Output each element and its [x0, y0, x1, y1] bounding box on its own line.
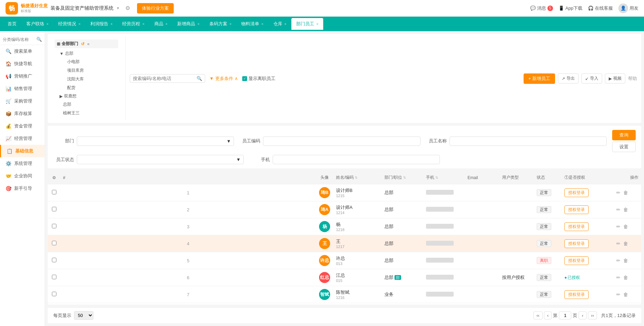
show-inactive-checkbox[interactable]: ✓: [242, 76, 247, 81]
sidebar-item-search[interactable]: 🔍 搜索菜单: [0, 45, 45, 58]
tab-warehouse[interactable]: 仓库×: [269, 18, 291, 30]
online-support-item[interactable]: 🎧 在线客服: [588, 5, 613, 11]
tab-bom[interactable]: 物料清单×: [236, 18, 268, 30]
tab-addgoods[interactable]: 新增商品×: [172, 18, 204, 30]
last-page-btn[interactable]: ››: [588, 311, 597, 319]
row-checkbox[interactable]: [48, 184, 60, 201]
auth-login-button[interactable]: 授权登录: [564, 239, 589, 248]
row-checkbox[interactable]: [48, 252, 60, 269]
video-button[interactable]: ▶ 视频: [605, 73, 625, 83]
sidebar-item-collab[interactable]: 🤝 企业协同: [0, 170, 45, 182]
sidebar-search-input[interactable]: [3, 37, 35, 42]
auth-login-button[interactable]: 授权登录: [564, 222, 589, 231]
dept-group-head[interactable]: ▼ 总部: [57, 50, 118, 58]
row-checkbox[interactable]: [48, 269, 60, 286]
tab-employee[interactable]: 部门员工×: [291, 18, 323, 30]
row-checkbox[interactable]: [48, 201, 60, 218]
close-warehouse-icon[interactable]: ×: [284, 22, 287, 26]
sidebar-item-purchase[interactable]: 🛒 采购管理: [0, 95, 45, 107]
filter-empname-input[interactable]: [450, 136, 607, 146]
row-checkbox[interactable]: [48, 218, 60, 235]
close-operation-icon[interactable]: ×: [78, 22, 80, 26]
sidebar-item-finance[interactable]: 💰 资金管理: [0, 120, 45, 132]
row-select-checkbox[interactable]: [52, 258, 56, 262]
edit-icon[interactable]: ✏: [616, 292, 620, 297]
tab-goods[interactable]: 商品×: [149, 18, 172, 30]
col-header-name[interactable]: 姓名/编码⇅: [333, 171, 382, 184]
edit-icon[interactable]: ✏: [616, 190, 620, 195]
settings-icon[interactable]: ⚙: [125, 5, 130, 11]
delete-icon[interactable]: 🗑: [623, 207, 628, 212]
close-customer-icon[interactable]: ×: [46, 22, 48, 26]
row-checkbox[interactable]: [48, 286, 60, 303]
dept-item-zongbu[interactable]: 总部: [57, 100, 118, 109]
page-size-select[interactable]: 50 20 100: [74, 311, 93, 320]
app-download-item[interactable]: 📱 App下载: [559, 5, 582, 11]
search-input[interactable]: [133, 76, 195, 81]
auth-login-button[interactable]: 授权登录: [564, 205, 589, 214]
more-filter-btn[interactable]: ▼ 更多条件 ∧: [209, 76, 238, 82]
page-number-input[interactable]: [559, 311, 571, 319]
close-goods-icon[interactable]: ×: [165, 22, 167, 26]
row-select-checkbox[interactable]: [52, 190, 56, 194]
tab-history[interactable]: 经营历程×: [117, 18, 149, 30]
row-checkbox[interactable]: [48, 235, 60, 252]
refresh-icon[interactable]: ↺: [81, 42, 84, 46]
auth-login-button[interactable]: 授权登录: [564, 256, 589, 265]
dept-item-shenyang[interactable]: 沈阳大库: [62, 75, 118, 83]
import-button[interactable]: ↙ 导入: [581, 73, 602, 83]
tab-home[interactable]: 首页: [3, 18, 21, 30]
system-dropdown-arrow[interactable]: ▼: [116, 6, 120, 10]
collapse-icon[interactable]: «: [87, 42, 90, 46]
filter-dept-select[interactable]: ▼: [77, 136, 234, 146]
col-header-settings[interactable]: ⚙: [48, 171, 60, 184]
row-checkbox[interactable]: [48, 303, 60, 305]
prev-page-btn[interactable]: ‹: [544, 311, 552, 319]
close-employee-icon[interactable]: ×: [316, 22, 318, 26]
close-addgoods-icon[interactable]: ×: [197, 22, 199, 26]
sidebar-item-sales[interactable]: 📊 销售管理: [0, 82, 45, 95]
next-page-btn[interactable]: ›: [579, 311, 586, 319]
delete-icon[interactable]: 🗑: [623, 258, 628, 263]
row-select-checkbox[interactable]: [52, 241, 56, 245]
tab-operation[interactable]: 经营情况×: [53, 18, 85, 30]
export-button[interactable]: ↗ 导出: [558, 73, 579, 83]
auth-login-button[interactable]: 授权登录: [564, 290, 589, 299]
user-item[interactable]: 👤 用友: [618, 3, 638, 13]
tab-barcode[interactable]: 条码方案×: [205, 18, 236, 30]
sidebar-item-basic[interactable]: 📋 基础信息: [0, 145, 45, 157]
filter-phone-input[interactable]: [273, 155, 439, 164]
edit-icon[interactable]: ✏: [616, 207, 620, 212]
edit-icon[interactable]: ✏: [616, 258, 620, 263]
sidebar-search-icon[interactable]: 🔍: [36, 37, 42, 42]
tab-profit[interactable]: 利润报告×: [85, 18, 117, 30]
edit-icon[interactable]: ✏: [616, 241, 620, 246]
delete-icon[interactable]: 🗑: [623, 292, 628, 297]
show-inactive-toggle[interactable]: ✓ 显示离职员工: [242, 76, 275, 82]
sidebar-item-system[interactable]: ⚙️ 系统管理: [0, 157, 45, 170]
auth-login-button[interactable]: 授权登录: [564, 188, 589, 197]
delete-icon[interactable]: 🗑: [623, 275, 628, 280]
edit-icon[interactable]: ✏: [616, 224, 620, 229]
close-barcode-icon[interactable]: ×: [229, 22, 232, 26]
search-button[interactable]: 查询: [612, 130, 636, 140]
sidebar-item-business[interactable]: 📈 经营管理: [0, 132, 45, 145]
edit-icon[interactable]: ✏: [616, 275, 620, 280]
sidebar-item-nav[interactable]: 🏠 快捷导航: [0, 58, 45, 70]
filter-empcode-input[interactable]: [263, 136, 420, 146]
set-button[interactable]: 设置: [612, 142, 636, 152]
first-page-btn[interactable]: ‹‹: [533, 311, 543, 319]
help-link[interactable]: 帮助: [628, 76, 637, 82]
col-header-dept[interactable]: 部门/职位⇅: [382, 171, 423, 184]
row-select-checkbox[interactable]: [52, 224, 56, 228]
sidebar-item-marketing[interactable]: 📢 营销推广: [0, 70, 45, 82]
dept-item-xiaodian[interactable]: 小电部: [62, 58, 118, 66]
dept-shuanglu[interactable]: ▶ 双鹿想: [57, 92, 118, 100]
col-header-phone[interactable]: 手机⇅: [423, 171, 465, 184]
row-select-checkbox[interactable]: [52, 207, 56, 211]
sidebar-item-inventory[interactable]: 📦 库存核算: [0, 107, 45, 120]
trial-button[interactable]: 体验行业方案: [137, 3, 174, 14]
delete-icon[interactable]: 🗑: [623, 224, 628, 229]
close-history-icon[interactable]: ×: [142, 22, 144, 26]
delete-icon[interactable]: 🗑: [623, 190, 628, 195]
